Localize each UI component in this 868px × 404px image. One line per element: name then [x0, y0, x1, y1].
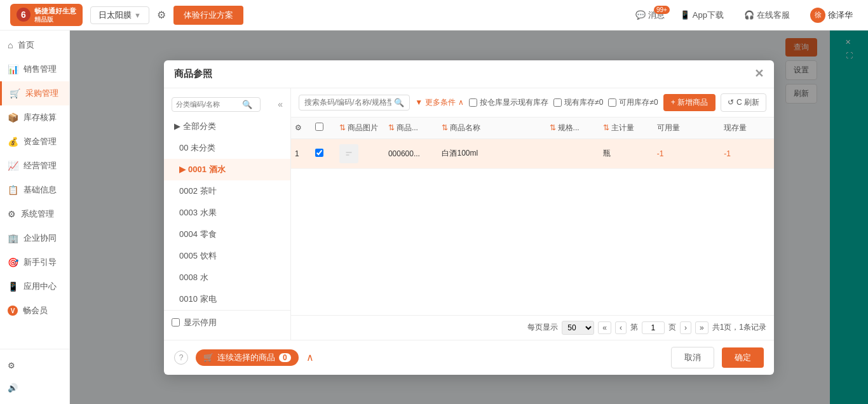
cat-item-all[interactable]: ▶ 全部分类: [164, 116, 290, 137]
modal-close-button[interactable]: ✕: [754, 68, 764, 79]
sidebar-settings[interactable]: ⚙: [0, 354, 69, 377]
row-name: 白酒100ml: [438, 138, 545, 168]
main-layout: ⌂ 首页 📊 销售管理 🛒 采购管理 📦 库存核算 💰 资金管理 📈 经营管理 …: [0, 30, 868, 404]
product-search-input[interactable]: [304, 98, 391, 107]
purchase-icon: 🛒: [10, 88, 20, 98]
cat-item-tea[interactable]: 0002 茶叶: [164, 180, 290, 202]
category-search-input[interactable]: [176, 100, 240, 108]
guide-icon: 🎯: [8, 257, 18, 267]
first-page-button[interactable]: «: [598, 321, 611, 334]
cat-item-label: 0001 酒水: [188, 164, 226, 175]
sidebar-item-basics[interactable]: 📋 基础信息: [0, 178, 69, 202]
product-search-box[interactable]: 🔍: [299, 95, 410, 111]
modal-footer: ? 🛒 连续选择的商品 0 ∧ 取消 确定: [164, 340, 774, 375]
sidebar-item-operations[interactable]: 📈 经营管理: [0, 154, 69, 178]
available-stock-filter[interactable]: 可用库存≠0: [608, 97, 658, 108]
message-badge: 99+: [654, 6, 670, 14]
product-table: ⚙ ⇅商品图片 ⇅商品... ⇅商品名称 ⇅规格... ⇅主计量 可用量 现存: [291, 118, 774, 169]
filter-label: 更多条件: [425, 97, 456, 108]
more-filter-button[interactable]: ▼ 更多条件 ∧: [415, 97, 464, 108]
modal-overlay: 商品参照 ✕ 🔍 «: [70, 30, 868, 404]
footer-collapse-icon[interactable]: ∧: [306, 351, 314, 363]
category-search-box[interactable]: 🔍: [172, 97, 261, 112]
confirm-button[interactable]: 确定: [722, 347, 764, 368]
collapse-sidebar-button[interactable]: «: [278, 99, 283, 109]
available-stock-checkbox[interactable]: [608, 98, 616, 107]
cat-item-uncategorized[interactable]: 00 未分类: [164, 137, 290, 159]
col-unit[interactable]: ⇅主计量: [599, 118, 653, 139]
sidebar-item-home[interactable]: ⌂ 首页: [0, 33, 69, 57]
nav-selector[interactable]: 日太阳膜 ▼: [90, 6, 149, 24]
category-search-icon[interactable]: 🔍: [242, 100, 252, 109]
cart-label: 连续选择的商品: [217, 352, 275, 363]
per-page-select[interactable]: 50 10 20 100: [562, 321, 594, 335]
cat-item-water[interactable]: 0008 水: [164, 267, 290, 288]
table-row[interactable]: 1 000600... 白酒100ml: [291, 138, 774, 168]
headset-icon: 🎧: [744, 10, 754, 20]
cat-item-label: 0003 水果: [179, 207, 217, 219]
gear-icon[interactable]: ⚙: [157, 9, 166, 21]
refresh-button[interactable]: ↺ C 刷新: [721, 93, 766, 112]
col-checkbox[interactable]: [311, 118, 336, 139]
sidebar-audio[interactable]: 🔊: [0, 377, 69, 399]
col-code[interactable]: ⇅商品...: [384, 118, 438, 139]
col-available[interactable]: 可用量: [653, 118, 721, 139]
cart-selection-button[interactable]: 🛒 连续选择的商品 0: [196, 349, 299, 366]
cat-item-fruit[interactable]: 0003 水果: [164, 202, 290, 224]
cat-item-beverage[interactable]: 0005 饮料: [164, 245, 290, 267]
help-icon[interactable]: ?: [174, 351, 188, 365]
sidebar-item-label: 资金管理: [24, 136, 57, 147]
sidebar-item-finance[interactable]: 💰 资金管理: [0, 130, 69, 154]
col-spec[interactable]: ⇅规格...: [546, 118, 600, 139]
per-page-label: 每页显示: [527, 322, 558, 333]
total-records: 共1页，1条记录: [712, 322, 766, 333]
show-disabled-checkbox[interactable]: [172, 318, 180, 327]
cat-item-liquor[interactable]: ▶ 0001 酒水: [164, 159, 290, 180]
sidebar-item-member[interactable]: V 畅会员: [0, 299, 69, 323]
cat-item-label: 0008 水: [179, 272, 208, 283]
sidebar-item-inventory[interactable]: 📦 库存核算: [0, 105, 69, 130]
col-name[interactable]: ⇅商品名称: [438, 118, 545, 139]
user-avatar[interactable]: 徐 徐泽华: [805, 8, 858, 23]
col-settings[interactable]: ⚙: [291, 118, 311, 139]
current-stock-checkbox[interactable]: [553, 98, 562, 107]
cancel-button[interactable]: 取消: [671, 347, 714, 368]
sidebar-item-purchase[interactable]: 🛒 采购管理: [0, 81, 69, 105]
sidebar-item-apps[interactable]: 📱 应用中心: [0, 274, 69, 299]
logo-text: 畅捷通好生意 精品版: [34, 6, 76, 24]
filter-up-icon: ∧: [458, 98, 464, 107]
row-available: -1: [653, 138, 721, 168]
product-search-icon[interactable]: 🔍: [394, 98, 404, 107]
trial-button[interactable]: 体验行业方案: [173, 6, 243, 25]
cat-item-snack[interactable]: 0004 零食: [164, 224, 290, 245]
next-page-button[interactable]: ›: [680, 321, 691, 334]
select-all-checkbox[interactable]: [315, 123, 323, 131]
modal-title: 商品参照: [174, 68, 212, 80]
sidebar-item-enterprise[interactable]: 🏢 企业协同: [0, 226, 69, 250]
add-product-button[interactable]: + 新增商品: [663, 94, 715, 111]
sidebar-item-sales[interactable]: 📊 销售管理: [0, 57, 69, 81]
cat-item-appliance[interactable]: 0010 家电: [164, 288, 290, 310]
last-page-button[interactable]: »: [695, 321, 709, 334]
page-number-input[interactable]: [642, 321, 665, 334]
col-stock[interactable]: 现存量: [720, 118, 774, 139]
sidebar-item-guide[interactable]: 🎯 新手引导: [0, 250, 69, 274]
warehouse-checkbox[interactable]: [469, 98, 477, 107]
sidebar: ⌂ 首页 📊 销售管理 🛒 采购管理 📦 库存核算 💰 资金管理 📈 经营管理 …: [0, 30, 70, 404]
app-download-button[interactable]: 📱 App下载: [675, 10, 729, 21]
row-checkbox-cell[interactable]: [311, 138, 336, 168]
sidebar-item-label: 企业协同: [24, 232, 57, 244]
message-button[interactable]: 💬 消息 99+: [635, 10, 665, 21]
online-service-button[interactable]: 🎧 在线客服: [739, 10, 795, 21]
row-checkbox[interactable]: [315, 149, 323, 157]
apps-icon: 📱: [8, 281, 18, 292]
sidebar-item-system[interactable]: ⚙ 系统管理: [0, 202, 69, 226]
top-nav: 6 畅捷通好生意 精品版 日太阳膜 ▼ ⚙ 体验行业方案 💬 消息 99+ 📱 …: [0, 0, 868, 30]
sidebar-item-label: 基础信息: [24, 184, 57, 196]
current-stock-filter[interactable]: 现有库存≠0: [553, 97, 603, 108]
prev-page-button[interactable]: ‹: [615, 321, 627, 334]
row-image-cell: [336, 138, 384, 168]
col-image[interactable]: ⇅商品图片: [336, 118, 384, 139]
show-disabled-label[interactable]: 显示停用: [184, 317, 217, 328]
warehouse-filter[interactable]: 按仓库显示现有库存: [469, 97, 548, 108]
